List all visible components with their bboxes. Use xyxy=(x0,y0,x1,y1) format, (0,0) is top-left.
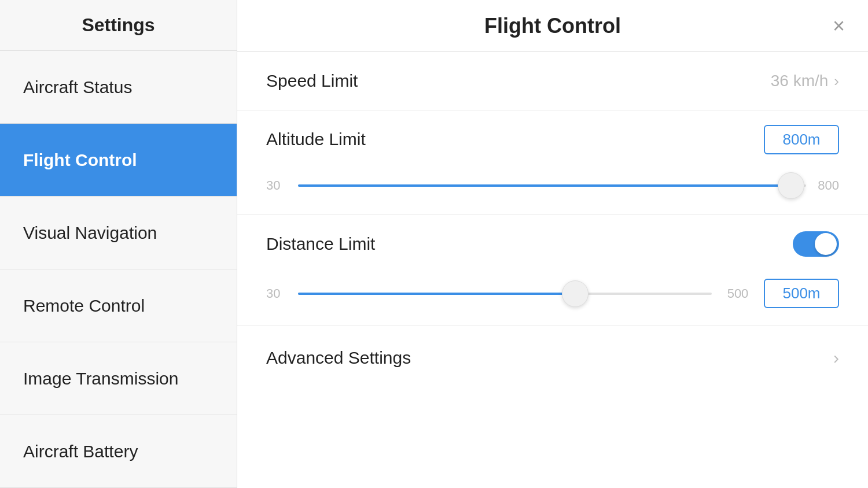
speed-limit-label: Speed Limit xyxy=(266,71,358,91)
altitude-track-fill xyxy=(298,184,791,187)
altitude-limit-row: Altitude Limit 30 800 xyxy=(237,110,868,215)
main-header: Flight Control × xyxy=(237,0,868,52)
distance-limit-toggle[interactable] xyxy=(793,231,839,257)
distance-slider-min: 30 xyxy=(266,286,286,301)
distance-limit-row: Distance Limit 30 500 xyxy=(237,215,868,326)
altitude-slider-section: 30 800 xyxy=(266,168,839,215)
advanced-settings-label: Advanced Settings xyxy=(266,348,411,368)
distance-slider-mid: 500 xyxy=(723,286,752,301)
altitude-slider-row: 30 800 xyxy=(266,174,839,197)
distance-limit-input[interactable] xyxy=(764,279,839,308)
distance-slider-section: 30 500 xyxy=(266,273,839,326)
sidebar-item-visual-navigation[interactable]: Visual Navigation xyxy=(0,197,237,269)
sidebar-item-aircraft-status[interactable]: Aircraft Status xyxy=(0,51,237,124)
speed-limit-value-container[interactable]: 36 km/h › xyxy=(771,72,839,90)
main-body: Speed Limit 36 km/h › Altitude Limit 30 xyxy=(237,52,868,488)
sidebar-items: Aircraft Status Flight Control Visual Na… xyxy=(0,51,237,488)
close-button[interactable]: × xyxy=(833,16,845,36)
app-container: Settings Aircraft Status Flight Control … xyxy=(0,0,868,488)
speed-limit-row: Speed Limit 36 km/h › xyxy=(237,52,868,110)
distance-limit-label: Distance Limit xyxy=(266,234,375,254)
toggle-knob xyxy=(815,233,837,255)
main-title: Flight Control xyxy=(484,14,621,38)
distance-slider-thumb[interactable] xyxy=(562,280,589,307)
altitude-slider-track[interactable] xyxy=(298,174,806,197)
sidebar-title: Settings xyxy=(82,14,155,36)
altitude-slider-thumb[interactable] xyxy=(778,172,804,199)
sidebar-header: Settings xyxy=(0,0,237,51)
sidebar-item-remote-control[interactable]: Remote Control xyxy=(0,269,237,342)
altitude-slider-min: 30 xyxy=(266,178,286,193)
speed-limit-chevron-icon: › xyxy=(834,72,839,90)
sidebar: Settings Aircraft Status Flight Control … xyxy=(0,0,237,488)
altitude-limit-label: Altitude Limit xyxy=(266,130,366,149)
sidebar-item-flight-control[interactable]: Flight Control xyxy=(0,124,237,197)
advanced-settings-chevron-icon: › xyxy=(833,348,839,368)
speed-limit-value: 36 km/h xyxy=(771,72,829,90)
distance-slider-track[interactable] xyxy=(298,282,712,305)
altitude-slider-max: 800 xyxy=(818,178,839,193)
sidebar-item-image-transmission[interactable]: Image Transmission xyxy=(0,342,237,415)
advanced-settings-row[interactable]: Advanced Settings › xyxy=(237,326,868,390)
distance-slider-row: 30 500 xyxy=(266,279,839,308)
altitude-limit-input[interactable] xyxy=(764,125,839,154)
sidebar-item-aircraft-battery[interactable]: Aircraft Battery xyxy=(0,415,237,488)
distance-track-fill xyxy=(298,293,575,295)
main-content: Flight Control × Speed Limit 36 km/h › A… xyxy=(237,0,868,488)
